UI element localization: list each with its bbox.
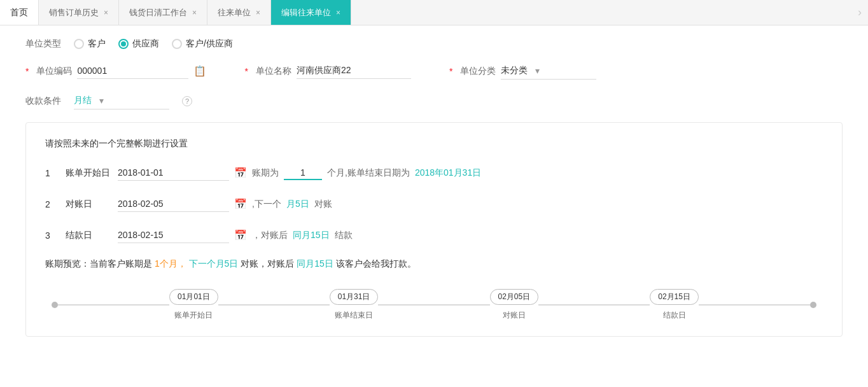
close-partner[interactable]: × bbox=[256, 9, 260, 17]
radio-both-circle bbox=[172, 39, 182, 49]
payment-row: 收款条件 月结 ▾ ? bbox=[25, 92, 843, 109]
unit-name-input[interactable] bbox=[297, 63, 411, 79]
settings-card: 请按照未来的一个完整帐期进行设置 1 账单开始日 📅 账期为 个月,账单结束日期… bbox=[25, 122, 843, 337]
unit-type-radio-group: 客户 供应商 客户/供应商 bbox=[74, 38, 233, 50]
setting-row-1: 1 账单开始日 📅 账期为 个月,账单结束日期为 2018年01月31日 bbox=[45, 165, 823, 181]
reconcile-post: 对账 bbox=[314, 199, 332, 210]
tl-point-4: 02月15日 结款日 bbox=[650, 289, 699, 321]
tab-bar: 首页 销售订单历史 × 钱货日清工作台 × 往来单位 × 编辑往来单位 × › bbox=[0, 0, 868, 25]
tab-sales-history-label: 销售订单历史 bbox=[49, 7, 99, 18]
tl-seg-1 bbox=[58, 304, 169, 306]
row-label-2: 对账日 bbox=[66, 199, 110, 210]
tab-edit-partner[interactable]: 编辑往来单位 × bbox=[271, 0, 351, 25]
tab-edit-partner-label: 编辑往来单位 bbox=[281, 7, 331, 18]
unit-type-label: 单位类型 bbox=[25, 38, 61, 50]
tab-more-button[interactable]: › bbox=[851, 0, 868, 25]
tl-badge-2: 01月31日 bbox=[330, 289, 379, 305]
setting-row-2: 2 对账日 📅 ,下一个 月5日 对账 bbox=[45, 196, 823, 212]
unit-code-star: * bbox=[25, 66, 29, 76]
period-value-input[interactable] bbox=[284, 166, 322, 180]
start-date-input[interactable] bbox=[118, 165, 229, 181]
tl-label-4: 结款日 bbox=[663, 310, 686, 321]
period-end-date: 2018年01月31日 bbox=[415, 167, 481, 179]
radio-both[interactable]: 客户/供应商 bbox=[172, 38, 233, 50]
payment-post: 结款 bbox=[335, 230, 353, 241]
unit-name-label: 单位名称 bbox=[256, 66, 291, 77]
start-date-calendar[interactable]: 📅 bbox=[234, 167, 247, 179]
payment-label: 收款条件 bbox=[25, 95, 61, 107]
unit-class-group: * 单位分类 未分类 ▾ bbox=[449, 62, 596, 80]
unit-class-arrow: ▾ bbox=[535, 66, 540, 76]
row-content-2: 📅 ,下一个 月5日 对账 bbox=[118, 196, 332, 212]
tl-label-1: 账单开始日 bbox=[174, 310, 213, 321]
row-index-3: 3 bbox=[45, 230, 58, 241]
unit-code-label: 单位编码 bbox=[36, 66, 72, 77]
preview-3: 对账，对账后 bbox=[241, 258, 294, 269]
tab-cash-work[interactable]: 钱货日清工作台 × bbox=[119, 0, 207, 25]
payment-highlight: 同月15日 bbox=[293, 230, 330, 241]
close-sales-history[interactable]: × bbox=[104, 9, 108, 17]
unit-code-icon[interactable]: 📋 bbox=[193, 65, 206, 77]
reconcile-pre: ,下一个 bbox=[252, 199, 281, 210]
payment-date-calendar[interactable]: 📅 bbox=[234, 229, 247, 241]
unit-name-group: * 单位名称 bbox=[244, 63, 410, 79]
tab-home-label: 首页 bbox=[10, 7, 28, 18]
tl-point-1: 01月01日 账单开始日 bbox=[169, 289, 218, 321]
page-content: 单位类型 客户 供应商 客户/供应商 * 单位编码 📋 * 单位名称 bbox=[0, 25, 868, 387]
preview-5: 该客户会给我打款。 bbox=[336, 258, 416, 269]
tl-point-3: 02月05日 对账日 bbox=[490, 289, 539, 321]
payment-help-icon[interactable]: ? bbox=[182, 96, 192, 106]
row-content-1: 📅 账期为 个月,账单结束日期为 2018年01月31日 bbox=[118, 165, 481, 181]
reconcile-date-calendar[interactable]: 📅 bbox=[234, 198, 247, 210]
preview-text: 账期预览：当前客户账期是 1个月， 下一个月5日 对账，对账后 同月15日 该客… bbox=[45, 258, 823, 270]
tl-label-2: 账单结束日 bbox=[335, 310, 373, 321]
unit-class-label: 单位分类 bbox=[460, 66, 496, 77]
unit-class-value: 未分类 bbox=[501, 65, 528, 76]
payment-value: 月结 bbox=[74, 95, 92, 106]
tl-badge-4: 02月15日 bbox=[650, 289, 699, 305]
preview-2: 下一个月5日 bbox=[189, 258, 239, 269]
setting-row-3: 3 结款日 📅 ，对账后 同月15日 结款 bbox=[45, 227, 823, 243]
tl-seg-4 bbox=[538, 304, 650, 306]
unit-code-input[interactable] bbox=[77, 63, 188, 79]
unit-name-star: * bbox=[244, 66, 248, 76]
reconcile-date-input[interactable] bbox=[118, 196, 229, 212]
tl-point-2: 01月31日 账单结束日 bbox=[330, 289, 379, 321]
card-title: 请按照未来的一个完整帐期进行设置 bbox=[45, 138, 823, 150]
close-cash-work[interactable]: × bbox=[192, 9, 197, 17]
tl-seg-2 bbox=[218, 304, 330, 306]
tl-seg-5 bbox=[699, 304, 810, 306]
radio-supplier-circle bbox=[118, 39, 129, 49]
unit-type-row: 单位类型 客户 供应商 客户/供应商 bbox=[25, 38, 843, 50]
tab-sales-history[interactable]: 销售订单历史 × bbox=[39, 0, 119, 25]
period-unit: 个月,账单结束日期为 bbox=[327, 167, 410, 179]
row-index-2: 2 bbox=[45, 199, 58, 209]
radio-supplier[interactable]: 供应商 bbox=[118, 38, 159, 50]
row-label-3: 结款日 bbox=[66, 230, 110, 241]
row-index-1: 1 bbox=[45, 168, 58, 178]
unit-class-star: * bbox=[449, 66, 452, 76]
period-label: 账期为 bbox=[252, 167, 279, 179]
payment-select[interactable]: 月结 ▾ bbox=[74, 92, 169, 109]
basic-info-row: * 单位编码 📋 * 单位名称 * 单位分类 未分类 ▾ bbox=[25, 62, 843, 80]
tl-seg-3 bbox=[378, 304, 489, 306]
radio-customer[interactable]: 客户 bbox=[74, 38, 106, 50]
unit-class-select[interactable]: 未分类 ▾ bbox=[501, 62, 596, 80]
tl-label-3: 对账日 bbox=[503, 310, 526, 321]
close-edit-partner[interactable]: × bbox=[336, 9, 340, 17]
radio-both-label: 客户/供应商 bbox=[186, 38, 233, 50]
row-label-1: 账单开始日 bbox=[66, 167, 110, 179]
preview-4: 同月15日 bbox=[297, 258, 333, 269]
radio-customer-label: 客户 bbox=[88, 38, 106, 50]
radio-customer-circle bbox=[74, 39, 84, 49]
tab-partner[interactable]: 往来单位 × bbox=[207, 0, 271, 25]
reconcile-highlight: 月5日 bbox=[286, 199, 309, 210]
tab-home[interactable]: 首页 bbox=[0, 0, 39, 25]
tl-badge-1: 01月01日 bbox=[169, 289, 218, 305]
payment-arrow: ▾ bbox=[99, 95, 104, 106]
timeline-left-dot bbox=[52, 302, 58, 308]
tab-cash-work-label: 钱货日清工作台 bbox=[129, 7, 187, 18]
timeline-right-dot bbox=[810, 302, 816, 308]
payment-date-input[interactable] bbox=[118, 227, 229, 243]
preview-1: 1个月， bbox=[155, 258, 186, 269]
